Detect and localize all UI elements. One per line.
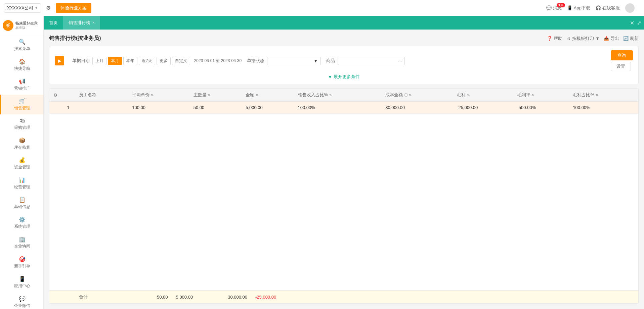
table-header-row: ⚙ 员工名称 平均单价 ⇅ 主数量 ⇅ 全额 ⇅ 销售收入占比% ⇅ 成本全额 … — [49, 89, 638, 102]
print-button[interactable]: 🖨 按模板打印 ▼ — [566, 36, 600, 42]
sidebar: 畅 畅康通好生意 标准版 🔍 搜索菜单 🏠 快捷导航 📢 营销推广 🛒 销售管理… — [0, 16, 44, 309]
home-icon: 🏠 — [19, 58, 26, 65]
logo-area: 畅 畅康通好生意 标准版 — [0, 16, 43, 35]
export-button[interactable]: 📤 导出 — [604, 36, 619, 42]
sidebar-label-system: 系统管理 — [14, 224, 30, 229]
page-content: 销售排行榜(按业务员) ❓ 帮助 🖨 按模板打印 ▼ 📤 导出 — [44, 30, 644, 309]
col-avg-price[interactable]: 平均单价 ⇅ — [128, 89, 189, 102]
col-gross[interactable]: 毛利 ⇅ — [453, 89, 513, 102]
date-prev-month-btn[interactable]: 上月 — [92, 57, 106, 65]
sidebar-item-basic-info[interactable]: 📋 基础信息 — [0, 193, 43, 213]
message-button[interactable]: 💬 消息 99+ — [546, 5, 562, 11]
basic-info-icon: 📋 — [19, 197, 26, 203]
settings-icon[interactable]: ⚙ — [44, 3, 53, 13]
filter-area: ▶ 单据日期 上月 本月 本年 近7天 更多 自定义 2023-06-01 至 … — [49, 46, 639, 84]
expand-more-button[interactable]: ▼ 展开更多条件 — [328, 74, 360, 80]
system-icon: ⚙️ — [19, 216, 26, 223]
sidebar-label-inventory: 库存核算 — [14, 145, 30, 150]
col-name: 员工名称 — [75, 89, 128, 102]
app-download-button[interactable]: 📱 App下载 — [567, 5, 590, 11]
sidebar-item-inventory[interactable]: 📦 库存核算 — [0, 134, 43, 154]
settings-button[interactable]: 设置 — [611, 62, 631, 71]
col-gross-rate[interactable]: 毛利率 ⇅ — [513, 89, 569, 102]
sidebar-item-search[interactable]: 🔍 搜索菜单 — [0, 35, 43, 55]
col-settings[interactable]: ⚙ — [49, 89, 61, 102]
cell-gross-ratio: 100.00% — [569, 102, 638, 114]
header-actions: ❓ 帮助 🖨 按模板打印 ▼ 📤 导出 🔄 刷新 — [547, 36, 639, 42]
goods-input[interactable]: ··· — [338, 57, 405, 65]
date-more-btn[interactable]: 更多 — [157, 57, 171, 65]
print-chevron-icon: ▼ — [595, 36, 600, 41]
sidebar-label-guide: 新手引导 — [14, 263, 30, 269]
sidebar-item-app-center[interactable]: 📱 应用中心 — [0, 272, 43, 292]
tab-right-actions: ✕ ⤢ — [630, 20, 644, 26]
col-gross-ratio[interactable]: 毛利占比% ⇅ — [569, 89, 638, 102]
sidebar-item-weixin[interactable]: 💬 企业微信 — [0, 292, 43, 309]
date-range: 2023-06-01 至 2023-06-30 — [194, 58, 242, 64]
message-icon: 💬 — [546, 5, 552, 10]
tab-close-window-icon[interactable]: ✕ — [630, 20, 634, 26]
cell-rank: 1 — [61, 102, 75, 114]
logo-icon: 畅 — [3, 20, 13, 31]
purchase-icon: 🛍 — [19, 118, 25, 124]
col-quantity[interactable]: 主数量 ⇅ — [189, 89, 242, 102]
col-cost[interactable]: 成本全额 ⓘ ⇅ — [381, 89, 453, 102]
help-icon: ❓ — [547, 36, 552, 41]
service-icon: 🎧 — [596, 5, 601, 10]
sidebar-item-marketing[interactable]: 📢 营销推广 — [0, 75, 43, 95]
status-chevron-icon: ▼ — [313, 58, 318, 63]
status-label: 单据状态 — [247, 58, 264, 64]
app-icon: 📱 — [567, 5, 572, 10]
top-right-area: 💬 消息 99+ 📱 App下载 🎧 在线客服 — [546, 3, 640, 13]
tab-sales-ranking[interactable]: 销售排行榜 × — [63, 16, 100, 30]
goods-more-icon: ··· — [398, 58, 402, 63]
cell-gross-rate: -500.00% — [513, 102, 569, 114]
filter-status: 单据状态 ▼ — [247, 57, 321, 65]
page-header: 销售排行榜(按业务员) ❓ 帮助 🖨 按模板打印 ▼ 📤 导出 — [49, 35, 639, 42]
trial-button[interactable]: 体验行业方案 — [56, 3, 91, 13]
status-select[interactable]: ▼ — [267, 57, 321, 65]
filter-date: 单据日期 上月 本月 本年 近7天 更多 自定义 2023-06-01 至 20… — [72, 57, 242, 65]
weixin-icon: 💬 — [19, 296, 26, 302]
marketing-icon: 📢 — [19, 78, 26, 85]
service-label: 在线客服 — [602, 5, 620, 11]
footer-avg-spacer — [119, 295, 153, 300]
tab-close-icon[interactable]: × — [92, 20, 95, 25]
search-icon: 🔍 — [19, 39, 26, 45]
sidebar-item-guide[interactable]: 🎯 新手引导 — [0, 253, 43, 272]
sidebar-item-sales[interactable]: 🛒 销售管理 — [0, 95, 43, 114]
sidebar-item-purchase[interactable]: 🛍 采购管理 — [0, 114, 43, 134]
sidebar-item-finance[interactable]: 💰 资金管理 — [0, 154, 43, 173]
tab-maximize-icon[interactable]: ⤢ — [637, 20, 641, 26]
sidebar-item-enterprise[interactable]: 🏢 企业协同 — [0, 233, 43, 253]
footer-cost: 30,000.00 — [224, 295, 251, 300]
footer-cells: 50.00 5,000.00 30,000.00 -25,000.00 — [119, 295, 634, 300]
message-badge: 99+ — [557, 3, 565, 7]
date-current-month-btn[interactable]: 本月 — [108, 57, 122, 65]
col-amount[interactable]: 全额 ⇅ — [242, 89, 294, 102]
help-button[interactable]: ❓ 帮助 — [547, 36, 562, 42]
top-bar: XXXXXX公司 ▼ ⚙ 体验行业方案 💬 消息 99+ 📱 App下载 🎧 在… — [0, 0, 644, 16]
sidebar-item-quick-nav[interactable]: 🏠 快捷导航 — [0, 55, 43, 75]
tab-home[interactable]: 首页 — [44, 16, 63, 30]
export-icon: 📤 — [604, 36, 609, 41]
footer-sales-ratio-spacer — [197, 295, 224, 300]
online-service-button[interactable]: 🎧 在线客服 — [596, 5, 620, 11]
refresh-button[interactable]: 🔄 刷新 — [623, 36, 639, 42]
query-button[interactable]: 查询 — [611, 50, 633, 60]
company-selector[interactable]: XXXXXX公司 ▼ — [4, 3, 41, 13]
expand-arrow-button[interactable]: ▶ — [55, 56, 64, 65]
sidebar-label-operation: 经营管理 — [14, 184, 30, 190]
sidebar-item-operation[interactable]: 📊 经营管理 — [0, 173, 43, 193]
sidebar-item-system[interactable]: ⚙️ 系统管理 — [0, 213, 43, 233]
date-current-year-btn[interactable]: 本年 — [123, 57, 137, 65]
table-row: 1 100.00 50.00 5,000.00 100.00% 30,000.0… — [49, 102, 638, 114]
avatar[interactable] — [625, 3, 635, 13]
date-7days-btn[interactable]: 近7天 — [139, 57, 155, 65]
filter-goods: 商品 ··· — [326, 57, 405, 65]
col-sales-ratio[interactable]: 销售收入占比% ⇅ — [294, 89, 382, 102]
date-custom-btn[interactable]: 自定义 — [172, 57, 190, 65]
sidebar-label-marketing: 营销推广 — [14, 86, 30, 91]
footer-label: 合计 — [79, 294, 119, 300]
app-center-icon: 📱 — [19, 276, 26, 282]
